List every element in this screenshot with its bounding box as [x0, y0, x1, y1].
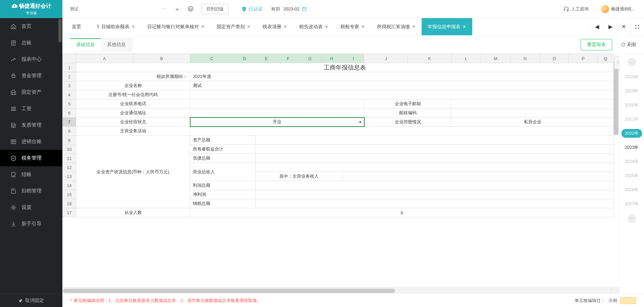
- cell[interactable]: 所有者权益合计: [190, 145, 256, 154]
- subtab-other-info[interactable]: 其他信息: [101, 38, 132, 51]
- cell[interactable]: 企业控股情况: [364, 118, 451, 127]
- row-header[interactable]: 14: [63, 181, 76, 190]
- cell[interactable]: [256, 136, 614, 145]
- subtab-basic-info[interactable]: 基础信息: [70, 38, 101, 51]
- refresh-button[interactable]: 刷新: [621, 42, 637, 48]
- cell[interactable]: [451, 99, 614, 108]
- sidebar-item-6[interactable]: 发票管理: [0, 117, 62, 133]
- cell[interactable]: 企业电子邮箱: [364, 99, 451, 108]
- row-header[interactable]: 15: [63, 190, 76, 199]
- row-header[interactable]: 6: [63, 108, 76, 118]
- cell[interactable]: [256, 199, 614, 208]
- tab-close-icon[interactable]: ✕: [412, 24, 416, 29]
- cell[interactable]: [256, 154, 614, 163]
- cell[interactable]: 净利润: [190, 190, 256, 199]
- year-option[interactable]: 2021年: [622, 115, 642, 124]
- row-header[interactable]: 7: [63, 118, 76, 127]
- row-header[interactable]: 1: [63, 63, 76, 72]
- col-header[interactable]: J: [364, 54, 408, 63]
- col-header[interactable]: A: [76, 54, 133, 63]
- col-header[interactable]: K: [408, 54, 451, 63]
- year-option[interactable]: 2020年: [622, 101, 642, 109]
- cell[interactable]: 注册号/统一社会信用代码: [76, 90, 190, 99]
- row-header[interactable]: 3: [63, 81, 76, 90]
- cell[interactable]: 企业经营状态: [76, 118, 190, 127]
- year-prev-button[interactable]: ︿: [628, 58, 636, 67]
- sidebar-item-9[interactable]: 结账: [0, 166, 62, 183]
- tab-6[interactable]: 所得税汇算清缴✕: [371, 18, 422, 35]
- row-header[interactable]: 11: [63, 154, 76, 163]
- cell[interactable]: [190, 108, 364, 118]
- cell[interactable]: 纳税总额: [190, 199, 256, 208]
- tabs-scroll-left-button[interactable]: ◀: [590, 18, 604, 36]
- sheet-vertical-scrollbar[interactable]: [613, 61, 619, 135]
- row-header[interactable]: 17: [63, 208, 76, 217]
- cell[interactable]: 税款所属期间：: [76, 72, 190, 81]
- col-header[interactable]: L: [451, 54, 481, 63]
- cell[interactable]: [190, 127, 614, 136]
- cell[interactable]: [256, 145, 614, 154]
- tab-close-icon[interactable]: ✕: [131, 24, 135, 29]
- col-header[interactable]: C: [190, 54, 234, 63]
- row-header[interactable]: 13: [63, 172, 76, 181]
- cell[interactable]: 从业人数: [76, 208, 190, 217]
- row-header[interactable]: 9: [63, 136, 76, 145]
- year-option[interactable]: 2027年: [622, 200, 642, 208]
- col-header[interactable]: O: [540, 54, 569, 63]
- cell[interactable]: 企业联系电话: [76, 99, 190, 108]
- user-menu[interactable]: 畅捷通B组...: [601, 5, 635, 13]
- settings-icon[interactable]: [184, 2, 197, 16]
- cell[interactable]: 企业通信地址: [76, 108, 190, 118]
- col-header[interactable]: B: [133, 54, 190, 63]
- tab-4[interactable]: 税负波动表✕: [293, 18, 334, 35]
- tab-close-button[interactable]: ✕: [617, 18, 631, 36]
- cell[interactable]: [256, 181, 614, 190]
- sidebar-item-2[interactable]: 报表中心: [0, 51, 62, 68]
- tab-close-icon[interactable]: ✕: [463, 24, 466, 29]
- tab-2[interactable]: 固定资产类别✕: [211, 18, 257, 35]
- tab-close-icon[interactable]: ✕: [361, 24, 365, 29]
- sidebar-item-5[interactable]: 工资: [0, 100, 62, 117]
- year-option[interactable]: 2019年: [622, 87, 642, 95]
- selected-cell-dropdown[interactable]: 开业▼: [190, 118, 364, 127]
- tabs-scroll-right-button[interactable]: ▶: [604, 18, 617, 36]
- tab-7[interactable]: 年报信息申报表✕: [422, 18, 472, 35]
- cell[interactable]: 利润总额: [190, 181, 256, 190]
- row-header[interactable]: 8: [63, 127, 76, 136]
- company-selector[interactable]: 测试 ﹀: [66, 4, 170, 14]
- row-header[interactable]: 12: [63, 163, 76, 172]
- spreadsheet[interactable]: ABCDEFGHIJKLMNOPQ1工商年报信息表2税款所属期间：2022年度3…: [62, 54, 619, 294]
- cell[interactable]: [190, 99, 364, 108]
- tab-1[interactable]: 日记账与银行对账单核对✕: [141, 18, 211, 35]
- sidebar-item-8[interactable]: 税务管理: [0, 150, 62, 166]
- col-header[interactable]: D: [234, 54, 256, 63]
- sidebar-item-10[interactable]: 归档管理: [0, 183, 62, 199]
- tab-close-icon[interactable]: ✕: [247, 24, 251, 29]
- cell[interactable]: [256, 163, 614, 172]
- fullscreen-button[interactable]: [631, 18, 644, 36]
- sheet-horizontal-scrollbar[interactable]: [62, 288, 611, 294]
- row-header[interactable]: 16: [63, 199, 76, 208]
- col-header[interactable]: F: [277, 54, 299, 63]
- tab-0[interactable]: 丬目辅助余额表✕: [87, 18, 141, 35]
- row-header[interactable]: 10: [63, 145, 76, 154]
- cell[interactable]: 0: [190, 208, 614, 217]
- tab-home[interactable]: 首页: [62, 18, 87, 35]
- cell[interactable]: [343, 172, 614, 181]
- reset-report-button[interactable]: 重置报表: [581, 39, 612, 50]
- cell[interactable]: [190, 90, 614, 99]
- year-option[interactable]: 2026年: [622, 185, 642, 194]
- cell[interactable]: 私营企业: [451, 118, 614, 127]
- col-header[interactable]: P: [569, 54, 598, 63]
- add-button[interactable]: ＋: [170, 2, 184, 16]
- unpin-sidebar-button[interactable]: 取消固定: [0, 294, 62, 307]
- row-header[interactable]: 4: [63, 90, 76, 99]
- sidebar-item-7[interactable]: 进销台账: [0, 133, 62, 150]
- year-option[interactable]: 2023年: [622, 143, 642, 152]
- cell[interactable]: 主营业务活动: [76, 127, 190, 136]
- merged-cell[interactable]: 企业资产状况信息(币种：人民币万元): [76, 136, 190, 208]
- calendar-icon[interactable]: [302, 6, 307, 12]
- select-all-corner[interactable]: [63, 54, 76, 63]
- cell[interactable]: 资产总额: [190, 136, 256, 145]
- collapse-year-rail-button[interactable]: 《: [614, 56, 620, 69]
